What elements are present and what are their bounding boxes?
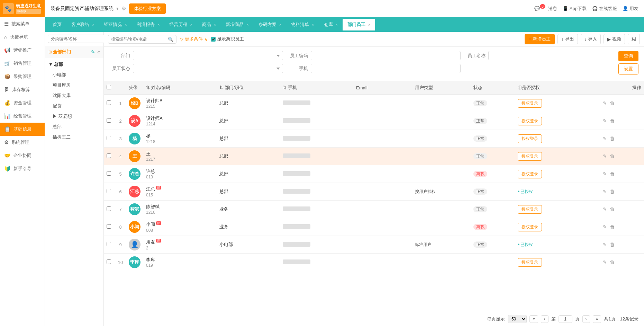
edit-icon-5[interactable]: ✎ [603, 189, 607, 194]
nav-tab-close-9[interactable]: × [336, 23, 338, 27]
auth-button-7[interactable]: 授权登录 [518, 223, 542, 231]
delete-icon-8[interactable]: 🗑 [610, 242, 615, 247]
page-number-input[interactable] [559, 315, 572, 323]
prev-page-btn[interactable]: ‹ [541, 315, 548, 323]
sidebar-item-inventory[interactable]: 🗄库存核算 [0, 83, 45, 96]
add-employee-button[interactable]: + 新增员工 [525, 34, 555, 44]
dept-all-label[interactable]: ⊞ 全部部门 [48, 49, 71, 55]
delete-icon-5[interactable]: 🗑 [610, 189, 615, 194]
auth-button-1[interactable]: 授权登录 [518, 117, 542, 125]
nav-tab-10[interactable]: 部门员工× [343, 19, 375, 30]
nav-tab-6[interactable]: 新增商品× [221, 19, 253, 30]
sidebar-item-guide[interactable]: 🔰新手引导 [0, 162, 45, 175]
edit-icon-9[interactable]: ✎ [603, 259, 607, 265]
topbar-settings-icon[interactable]: ⚙ [121, 5, 126, 12]
edit-icon-7[interactable]: ✎ [603, 224, 607, 230]
nav-tab-close-3[interactable]: × [157, 23, 160, 27]
nav-tab-close-8[interactable]: × [312, 23, 314, 27]
row-checkbox-1[interactable] [107, 118, 111, 123]
nav-tab-close-7[interactable]: × [279, 23, 281, 27]
edit-icon-2[interactable]: ✎ [603, 136, 607, 141]
auth-button-2[interactable]: 授权登录 [518, 134, 542, 143]
edit-icon-3[interactable]: ✎ [603, 153, 607, 159]
sidebar-item-sales[interactable]: 🛒销售管理 [0, 57, 45, 70]
topbar-right-item-1[interactable]: 📱App下载 [563, 6, 587, 12]
show-resign-filter[interactable]: 显示离职员工 [211, 36, 244, 42]
topbar-dropdown-icon[interactable]: ▾ [116, 6, 119, 11]
filter-more-btn[interactable]: ▽ 更多条件 ∧ [180, 36, 208, 42]
nav-tab-7[interactable]: 条码方案× [254, 19, 286, 30]
more-options-button[interactable]: 糊 [628, 34, 640, 44]
auth-button-3[interactable]: 授权登录 [518, 152, 542, 161]
nav-tab-4[interactable]: 经营历程× [164, 19, 197, 30]
dept-node-1[interactable]: 小电部 [45, 70, 103, 80]
nav-tab-close-5[interactable]: × [214, 23, 216, 27]
auth-button-9[interactable]: 授权登录 [518, 258, 542, 267]
row-checkbox-0[interactable] [107, 100, 111, 105]
dept-node-5[interactable]: ▶ 双鹿想 [45, 111, 103, 122]
try-plan-button[interactable]: 体验行业方案 [129, 3, 166, 14]
select-all-checkbox[interactable] [107, 85, 111, 89]
set-button[interactable]: 设置 [618, 63, 638, 74]
delete-icon-2[interactable]: 🗑 [610, 136, 615, 141]
sidebar-item-finance[interactable]: 💰资金管理 [0, 96, 45, 109]
row-checkbox-2[interactable] [107, 136, 111, 140]
nav-tab-5[interactable]: 商品× [197, 19, 221, 30]
nav-tab-2[interactable]: 经营情况× [99, 19, 131, 30]
sidebar-item-operations[interactable]: 📊经营管理 [0, 109, 45, 123]
nav-tab-close-4[interactable]: × [190, 23, 192, 27]
auth-button-0[interactable]: 授权登录 [518, 99, 542, 108]
row-checkbox-7[interactable] [107, 224, 111, 229]
dept-node-6[interactable]: 总部 [45, 122, 103, 132]
delete-icon-9[interactable]: 🗑 [610, 259, 615, 265]
row-checkbox-6[interactable] [107, 206, 111, 211]
delete-icon-4[interactable]: 🗑 [610, 171, 615, 177]
delete-icon-7[interactable]: 🗑 [610, 224, 615, 230]
sidebar-item-marketing[interactable]: 📢营销推广 [0, 44, 45, 57]
th-name[interactable]: ⇅ 姓名/编码 [143, 81, 217, 95]
dept-node-3[interactable]: 沈阳大库 [45, 90, 103, 101]
filter-search-input[interactable] [111, 37, 166, 42]
emp-status-select[interactable] [133, 64, 283, 73]
topbar-right-item-3[interactable]: 👤用友 [623, 6, 638, 12]
sidebar-item-collab[interactable]: 🤝企业协同 [0, 149, 45, 162]
sidebar-item-purchase[interactable]: 📦采购管理 [0, 70, 45, 83]
next-page-btn[interactable]: › [582, 315, 590, 323]
dept-node-2[interactable]: 项目库房 [45, 80, 103, 90]
nav-tab-close-10[interactable]: × [368, 23, 370, 27]
topbar-right-item-2[interactable]: 🎧在线客服 [592, 6, 617, 12]
delete-icon-1[interactable]: 🗑 [610, 118, 615, 124]
page-size-select[interactable]: 50 20 100 [508, 315, 527, 323]
edit-icon-0[interactable]: ✎ [603, 100, 607, 106]
auth-button-4[interactable]: 授权登录 [518, 170, 542, 178]
sidebar-item-quick-nav[interactable]: ⌂快捷导航 [0, 30, 45, 44]
emp-name-input[interactable] [488, 51, 638, 60]
dept-select[interactable] [133, 51, 283, 60]
dept-node-0[interactable]: ▼ 总部 [45, 59, 103, 70]
show-resign-checkbox[interactable] [211, 37, 216, 42]
sidebar-item-basics[interactable]: 📋基础信息 [0, 123, 45, 136]
nav-tab-close-1[interactable]: × [92, 23, 94, 27]
query-button[interactable]: 查询 [618, 51, 638, 61]
th-phone[interactable]: ⇅ 手机 [280, 81, 353, 95]
nav-tab-9[interactable]: 仓库× [319, 19, 343, 30]
delete-icon-3[interactable]: 🗑 [610, 153, 615, 159]
export-button[interactable]: ↑ 导出 [557, 34, 578, 44]
import-button[interactable]: ↓ 导入 [581, 34, 601, 44]
row-checkbox-4[interactable] [107, 171, 111, 176]
edit-icon-6[interactable]: ✎ [603, 206, 607, 212]
nav-tab-3[interactable]: 利润报告× [132, 19, 164, 30]
dept-search-input[interactable] [48, 35, 106, 43]
edit-icon-1[interactable]: ✎ [603, 118, 607, 124]
row-checkbox-5[interactable] [107, 189, 111, 193]
sidebar-item-system[interactable]: ⚙系统管理 [0, 136, 45, 149]
auth-button-6[interactable]: 授权登录 [518, 205, 542, 214]
edit-icon-4[interactable]: ✎ [603, 171, 607, 177]
nav-tab-0[interactable]: 首页 [48, 19, 66, 30]
nav-tab-8[interactable]: 物料清单× [286, 19, 319, 30]
last-page-btn[interactable]: » [593, 315, 601, 323]
video-button[interactable]: ▶ 视频 [604, 34, 625, 44]
row-checkbox-8[interactable] [107, 242, 111, 246]
phone-input[interactable] [311, 64, 461, 73]
row-checkbox-3[interactable] [107, 153, 111, 158]
